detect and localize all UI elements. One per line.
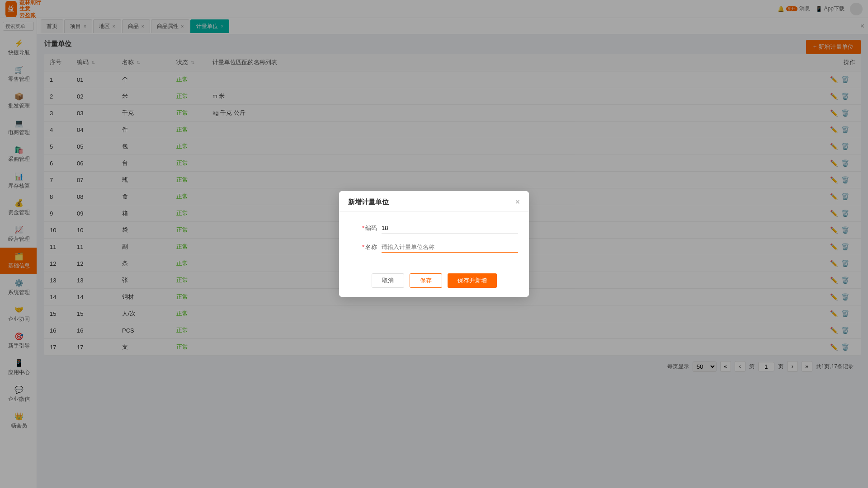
name-input[interactable] bbox=[382, 242, 518, 253]
add-unit-modal: 新增计量单位 × *编码 *名称 取消 保存 保存并新增 bbox=[339, 191, 529, 297]
cancel-button[interactable]: 取消 bbox=[372, 273, 404, 288]
modal-footer: 取消 保存 保存并新增 bbox=[339, 268, 529, 297]
modal-title: 新增计量单位 bbox=[348, 198, 389, 206]
code-input[interactable] bbox=[382, 223, 518, 234]
modal-header: 新增计量单位 × bbox=[339, 191, 529, 212]
code-form-row: *编码 bbox=[350, 223, 518, 234]
save-and-new-button[interactable]: 保存并新增 bbox=[448, 273, 497, 288]
save-button[interactable]: 保存 bbox=[410, 273, 442, 288]
modal-body: *编码 *名称 bbox=[339, 212, 529, 268]
name-form-row: *名称 bbox=[350, 242, 518, 253]
modal-overlay[interactable]: 新增计量单位 × *编码 *名称 取消 保存 保存并新增 bbox=[0, 0, 868, 488]
modal-close-btn[interactable]: × bbox=[515, 197, 520, 207]
code-label: *编码 bbox=[350, 224, 377, 232]
name-label: *名称 bbox=[350, 243, 377, 251]
